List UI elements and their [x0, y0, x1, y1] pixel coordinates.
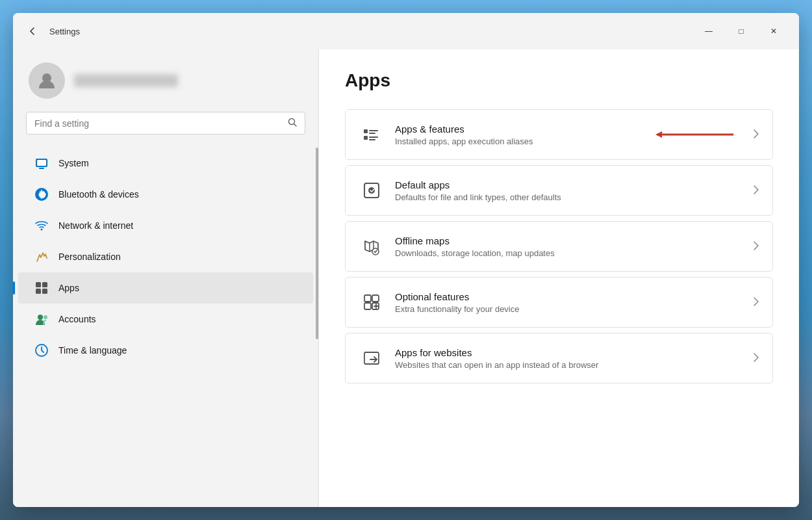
default-apps-card[interactable]: Default apps Defaults for file and link … [345, 165, 773, 216]
svg-rect-9 [42, 282, 47, 287]
optional-features-text: Optional features Extra functionality fo… [395, 291, 748, 314]
page-title: Apps [345, 70, 773, 91]
svg-marker-22 [655, 131, 662, 138]
svg-rect-28 [364, 303, 371, 309]
svg-point-12 [38, 315, 43, 320]
svg-rect-4 [37, 160, 46, 166]
apps-features-icon [359, 122, 385, 148]
apps-websites-chevron [753, 352, 759, 365]
sidebar-item-network-label: Network & internet [58, 220, 133, 231]
sidebar-item-network[interactable]: Network & internet [18, 210, 313, 241]
apps-features-title: Apps & features [395, 124, 655, 135]
right-panel: Apps Apps & features Installed apps, a [318, 49, 799, 507]
offline-maps-subtitle: Downloads, storage location, map updates [395, 248, 748, 258]
time-icon [34, 343, 49, 358]
nav-list: System ⬣ Bluetooth & devices [13, 148, 318, 497]
search-box[interactable] [26, 112, 305, 135]
default-apps-title: Default apps [395, 179, 748, 190]
svg-rect-10 [36, 289, 41, 294]
sidebar-item-system-label: System [58, 158, 89, 168]
scrollbar-thumb[interactable] [316, 148, 318, 339]
sidebar-item-system[interactable]: System [18, 148, 313, 179]
search-icon [288, 118, 297, 129]
svg-rect-26 [364, 295, 371, 302]
search-container [13, 112, 318, 148]
sidebar-item-apps-label: Apps [58, 283, 79, 293]
apps-features-chevron [753, 129, 759, 141]
sidebar-item-accounts-label: Accounts [58, 314, 96, 324]
main-content: System ⬣ Bluetooth & devices [13, 49, 799, 507]
default-apps-subtitle: Defaults for file and link types, other … [395, 192, 748, 202]
svg-rect-15 [364, 129, 368, 133]
svg-rect-3 [39, 168, 44, 169]
window-controls: — □ ✕ [694, 21, 789, 42]
system-icon [34, 155, 49, 171]
user-profile[interactable] [13, 49, 318, 112]
window-title: Settings [49, 27, 80, 36]
svg-point-24 [368, 187, 375, 194]
settings-window: Settings — □ ✕ [13, 13, 799, 507]
sidebar-item-apps[interactable]: Apps [18, 272, 313, 304]
arrow-annotation [655, 130, 740, 139]
user-name [74, 74, 178, 87]
apps-features-text: Apps & features Installed apps, app exec… [395, 124, 655, 146]
minimize-button[interactable]: — [694, 21, 724, 42]
sidebar-item-time[interactable]: Time & language [18, 335, 313, 366]
sidebar-item-time-label: Time & language [58, 345, 127, 356]
sidebar-item-personalization[interactable]: Personalization [18, 241, 313, 272]
default-apps-text: Default apps Defaults for file and link … [395, 179, 748, 202]
apps-websites-title: Apps for websites [395, 347, 748, 358]
default-apps-chevron [753, 185, 759, 197]
close-button[interactable]: ✕ [759, 21, 789, 42]
search-input[interactable] [34, 118, 283, 129]
sidebar-item-personalization-label: Personalization [58, 252, 121, 262]
avatar [29, 62, 65, 99]
accounts-icon [34, 311, 49, 327]
offline-maps-chevron [753, 240, 759, 253]
sidebar-item-bluetooth[interactable]: ⬣ Bluetooth & devices [18, 179, 313, 210]
optional-features-chevron [753, 296, 759, 309]
default-apps-icon [359, 177, 385, 203]
scrollbar-track [316, 148, 318, 497]
svg-rect-8 [36, 282, 41, 287]
optional-features-title: Optional features [395, 291, 748, 302]
apps-websites-card[interactable]: Apps for websites Websites that can open… [345, 333, 773, 384]
offline-maps-text: Offline maps Downloads, storage location… [395, 235, 748, 258]
optional-features-icon [359, 289, 385, 315]
offline-maps-card[interactable]: Offline maps Downloads, storage location… [345, 221, 773, 272]
offline-maps-title: Offline maps [395, 235, 748, 246]
apps-websites-subtitle: Websites that can open in an app instead… [395, 360, 748, 370]
apps-features-subtitle: Installed apps, app execution aliases [395, 136, 655, 146]
apps-icon [34, 280, 49, 296]
apps-features-card[interactable]: Apps & features Installed apps, app exec… [345, 109, 773, 160]
svg-rect-11 [42, 289, 47, 294]
sidebar-item-bluetooth-label: Bluetooth & devices [58, 189, 139, 200]
maximize-button[interactable]: □ [726, 21, 756, 42]
bluetooth-icon: ⬣ [34, 187, 49, 202]
title-bar: Settings — □ ✕ [13, 13, 799, 49]
svg-rect-30 [364, 352, 379, 364]
apps-websites-text: Apps for websites Websites that can open… [395, 347, 748, 370]
svg-rect-19 [369, 136, 378, 138]
optional-features-card[interactable]: Optional features Extra functionality fo… [345, 277, 773, 328]
offline-maps-icon [359, 233, 385, 259]
svg-rect-20 [369, 139, 375, 140]
svg-rect-16 [364, 136, 368, 140]
network-icon [34, 218, 49, 233]
svg-point-13 [44, 315, 47, 319]
sidebar: System ⬣ Bluetooth & devices [13, 49, 318, 507]
svg-point-7 [41, 229, 43, 231]
personalization-icon [34, 249, 49, 265]
optional-features-subtitle: Extra functionality for your device [395, 304, 748, 314]
svg-rect-18 [369, 133, 375, 134]
apps-websites-icon [359, 345, 385, 371]
title-bar-left: Settings [23, 22, 80, 40]
back-button[interactable] [23, 22, 42, 40]
svg-rect-27 [372, 295, 379, 302]
sidebar-item-accounts[interactable]: Accounts [18, 304, 313, 335]
svg-rect-17 [369, 130, 378, 131]
